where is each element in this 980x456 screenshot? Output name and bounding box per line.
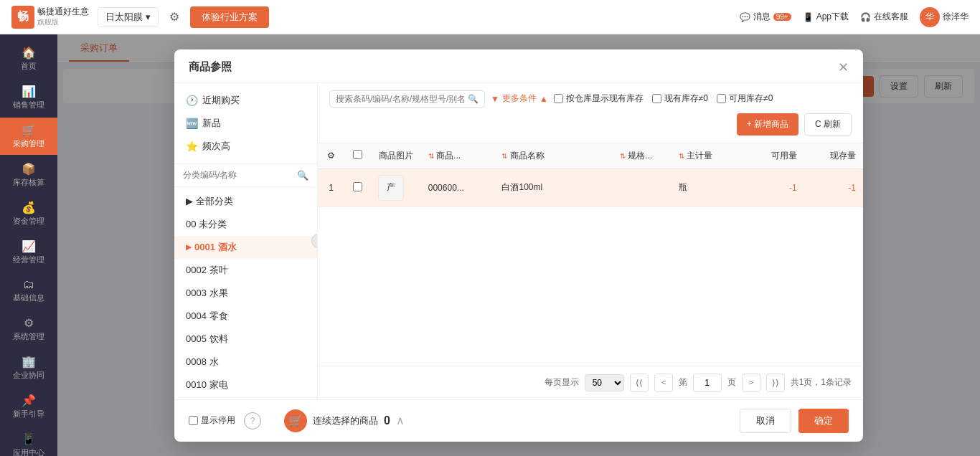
sidebar-item-system[interactable]: ⚙ 系统管理: [0, 310, 57, 348]
per-page-select[interactable]: 50 100 200: [585, 374, 624, 391]
message-icon: 💬: [740, 12, 750, 22]
product-search-input[interactable]: [336, 94, 465, 104]
base-icon: 🗂: [23, 278, 34, 291]
footer-btns: 取消 确定: [740, 409, 849, 433]
category-panel: 🕐 近期购买 🆕 新品 ⭐ 频次高: [174, 83, 318, 399]
recent-icon: 🕐: [186, 95, 198, 106]
select-all-checkbox[interactable]: [353, 150, 362, 159]
sidebar-item-sales[interactable]: 📊 销售管理: [0, 79, 57, 116]
search-icon[interactable]: 🔍: [468, 94, 479, 104]
row-num: 1: [318, 168, 344, 206]
col-name-header[interactable]: ⇅ 商品名称: [494, 143, 612, 169]
cat-0002[interactable]: 0002 茶叶: [174, 259, 317, 282]
user-profile[interactable]: 华 徐泽华: [920, 7, 969, 27]
refresh-btn[interactable]: C 刷新: [804, 113, 852, 136]
sidebar-item-finance[interactable]: 💰 资金管理: [0, 195, 57, 232]
product-toolbar: 🔍 ▼ 更多条件 ▲ 按仓库显示现有库存: [318, 83, 863, 143]
cat-0004[interactable]: 0004 零食: [174, 305, 317, 328]
cat-00[interactable]: 00 未分类: [174, 213, 317, 236]
sidebar-item-guide[interactable]: 📌 新手引导: [0, 388, 57, 425]
checkbox-available-stock[interactable]: 可用库存≠0: [717, 92, 773, 105]
logo-text: 畅捷通好生意: [37, 6, 89, 16]
category-search: 🔍: [174, 164, 317, 187]
sidebar-label: 采购管理: [13, 138, 44, 149]
cart-label: 连续选择的商品: [313, 414, 378, 427]
category-list: ▶ 全部分类 00 未分类 ▶ 0001 酒水 0002 茶: [174, 187, 317, 399]
logo-sub: 旗舰版: [37, 17, 89, 27]
category-search-icon[interactable]: 🔍: [297, 170, 308, 181]
modal-body: 🕐 近期购买 🆕 新品 ⭐ 频次高: [174, 83, 863, 399]
row-available: -1: [730, 168, 804, 206]
sidebar-label: 首页: [21, 61, 37, 72]
row-unit: 瓶: [672, 168, 730, 206]
sort-icon: ⇅: [428, 152, 434, 160]
sidebar-item-purchase[interactable]: 🛒 采购管理: [0, 118, 57, 155]
cart-icon-btn[interactable]: 🛒: [284, 409, 307, 432]
row-check[interactable]: [344, 168, 371, 206]
per-page-label: 每页显示: [545, 376, 579, 389]
sidebar-item-enterprise[interactable]: 🏢 企业协同: [0, 349, 57, 386]
arrow-right-icon: ▶: [186, 196, 193, 206]
cat-0010[interactable]: 0010 家电: [174, 374, 317, 396]
checkbox-warehouse[interactable]: 按仓库显示现有库存: [554, 92, 644, 105]
col-code-header[interactable]: ⇅ 商品...: [421, 143, 495, 169]
last-page-btn[interactable]: ⟩⟩: [766, 374, 785, 392]
row-stock: -1: [804, 168, 863, 206]
toolbar-right: + 新增商品 C 刷新: [737, 113, 852, 136]
sidebar-item-home[interactable]: 🏠 首页: [0, 40, 57, 77]
cat-all[interactable]: ▶ 全部分类: [174, 190, 317, 213]
cat-0005[interactable]: 0005 饮料: [174, 328, 317, 351]
modal-header: 商品参照 ✕: [174, 49, 863, 83]
frequent-icon: ⭐: [186, 141, 198, 152]
settings-icon[interactable]: ⚙: [164, 7, 184, 27]
sidebar-item-business[interactable]: 📈 经营管理: [0, 234, 57, 271]
show-disabled-checkbox[interactable]: 显示停用: [189, 414, 235, 427]
enterprise-icon: 🏢: [22, 355, 36, 369]
help-icon[interactable]: ?: [244, 412, 261, 429]
guide-icon: 📌: [22, 394, 36, 407]
page-label-2: 页: [727, 376, 736, 389]
store-selector[interactable]: 日太阳膜 ▾: [98, 7, 159, 27]
online-service-btn[interactable]: 🎧 在线客服: [860, 11, 908, 23]
filter-btn[interactable]: ▼ 更多条件 ▲: [491, 92, 548, 105]
first-page-btn[interactable]: ⟨⟨: [630, 374, 649, 392]
confirm-btn[interactable]: 确定: [798, 409, 849, 433]
modal-close-btn[interactable]: ✕: [838, 60, 849, 75]
page-input[interactable]: [693, 374, 722, 392]
collapse-icon[interactable]: ∧: [396, 414, 405, 427]
col-stock-header: 现存量: [804, 143, 863, 169]
add-product-btn[interactable]: + 新增商品: [737, 113, 798, 136]
sidebar-label: 新手引导: [13, 409, 44, 419]
sidebar-label: 资金管理: [13, 216, 44, 227]
checkbox-current-stock[interactable]: 现有库存≠0: [652, 92, 708, 105]
recent-purchases-tab[interactable]: 🕐 近期购买: [174, 89, 317, 112]
new-products-tab[interactable]: 🆕 新品: [174, 112, 317, 135]
home-icon: 🏠: [22, 46, 36, 60]
sidebar-item-base[interactable]: 🗂 基础信息: [0, 272, 57, 309]
messages-btn[interactable]: 💬 消息 99+: [740, 11, 791, 23]
sidebar-label: 系统管理: [13, 331, 44, 342]
next-page-btn[interactable]: ＞: [742, 374, 760, 392]
product-panel: 🔍 ▼ 更多条件 ▲ 按仓库显示现有库存: [318, 83, 863, 399]
modal-overlay: 商品参照 ✕ 🕐 近期购买 🆕: [57, 34, 980, 456]
apps-icon: 📱: [22, 432, 36, 446]
experience-btn[interactable]: 体验行业方案: [190, 6, 269, 28]
category-search-input[interactable]: [183, 170, 294, 180]
cat-0003[interactable]: 0003 水果: [174, 282, 317, 305]
cat-0001[interactable]: ▶ 0001 酒水: [174, 236, 317, 259]
col-unit-header[interactable]: ⇅ 主计量: [672, 143, 730, 169]
active-arrow-icon: ▶: [186, 243, 192, 251]
app-download-btn[interactable]: 📱 App下载: [803, 11, 849, 23]
cat-0008[interactable]: 0008 水: [174, 351, 317, 374]
col-settings[interactable]: ⚙: [318, 143, 344, 169]
col-spec-header[interactable]: ⇅ 规格...: [613, 143, 672, 169]
cancel-btn[interactable]: 取消: [740, 409, 791, 433]
prev-page-btn[interactable]: ＜: [654, 374, 673, 392]
sidebar-item-inventory[interactable]: 📦 库存核算: [0, 156, 57, 194]
sidebar-item-apps[interactable]: 📱 应用中心: [0, 427, 57, 456]
frequent-tab[interactable]: ⭐ 频次高: [174, 135, 317, 158]
sort-icon-spec: ⇅: [620, 152, 626, 160]
sidebar-label: 应用中心: [13, 447, 44, 456]
row-name: 白酒100ml: [494, 168, 612, 206]
table-row[interactable]: 1 产 000600... 白酒100ml: [318, 168, 863, 206]
